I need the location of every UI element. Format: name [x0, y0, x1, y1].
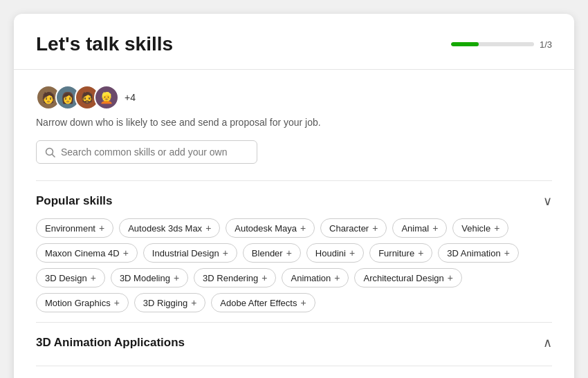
skill-tag[interactable]: Vehicle+ — [452, 218, 508, 238]
animation-apps-header[interactable]: 3D Animation Applications ∧ — [36, 335, 552, 350]
skill-tag[interactable]: Autodesk Maya+ — [226, 218, 315, 238]
progress-label: 1/3 — [540, 39, 552, 50]
skill-tag[interactable]: 3D Design+ — [36, 268, 105, 287]
skill-tag[interactable]: 3D Rigging+ — [134, 293, 206, 312]
skill-tag[interactable]: Environment+ — [36, 218, 113, 238]
avatar: 👱 — [94, 85, 119, 110]
skill-tag[interactable]: 3D Rendering+ — [194, 268, 276, 287]
skill-tag[interactable]: Blender+ — [243, 243, 301, 263]
skill-tag[interactable]: Motion Graphics+ — [36, 293, 129, 312]
header: Let's talk skills 1/3 — [14, 14, 574, 70]
subtitle-text: Narrow down who is likely to see and sen… — [36, 117, 552, 128]
skill-tag[interactable]: Maxon Cinema 4D+ — [36, 243, 138, 263]
skill-tag[interactable]: Autodesk 3ds Max+ — [119, 218, 220, 238]
skill-tag[interactable]: Architectural Design+ — [354, 268, 462, 287]
progress-container: 1/3 — [451, 39, 552, 50]
body: 🧑 👩 🧔 👱 +4 Narrow down who is likely to … — [14, 70, 574, 378]
main-card: Let's talk skills 1/3 🧑 👩 🧔 👱 +4 N — [14, 14, 574, 378]
search-row[interactable] — [36, 140, 257, 164]
skill-tag[interactable]: Adobe After Effects+ — [211, 293, 315, 312]
progress-bar-fill — [451, 42, 479, 46]
popular-skills-section: Popular skills ∨ Environment+Autodesk 3d… — [36, 180, 552, 322]
search-input[interactable] — [61, 147, 248, 158]
animation-apps-title: 3D Animation Applications — [36, 336, 185, 350]
skill-tag[interactable]: Houdini+ — [306, 243, 364, 263]
skill-tag[interactable]: Character+ — [320, 218, 387, 238]
skill-tag[interactable]: Furniture+ — [369, 243, 432, 263]
avatar-count: +4 — [125, 92, 136, 103]
page-title: Let's talk skills — [36, 33, 173, 55]
popular-skills-title: Popular skills — [36, 194, 113, 208]
chevron-up-icon: ∧ — [543, 335, 552, 350]
skill-tag[interactable]: 3D Modeling+ — [111, 268, 188, 287]
popular-skills-header[interactable]: Popular skills ∨ — [36, 193, 552, 209]
progress-bar-background — [451, 42, 534, 46]
skills-grid: Environment+Autodesk 3ds Max+Autodesk Ma… — [36, 218, 552, 312]
animation-software-section: 3D Animation Software ∧ — [36, 366, 552, 378]
svg-line-1 — [53, 154, 55, 157]
skill-tag[interactable]: Industrial Design+ — [143, 243, 237, 263]
skill-tag[interactable]: Animation+ — [282, 268, 349, 287]
chevron-down-icon: ∨ — [543, 193, 552, 209]
search-icon — [45, 147, 55, 158]
avatars-row: 🧑 👩 🧔 👱 +4 — [36, 85, 552, 110]
skill-tag[interactable]: 3D Animation+ — [438, 243, 519, 263]
skill-tag[interactable]: Animal+ — [392, 218, 447, 238]
animation-apps-section: 3D Animation Applications ∧ — [36, 322, 552, 366]
